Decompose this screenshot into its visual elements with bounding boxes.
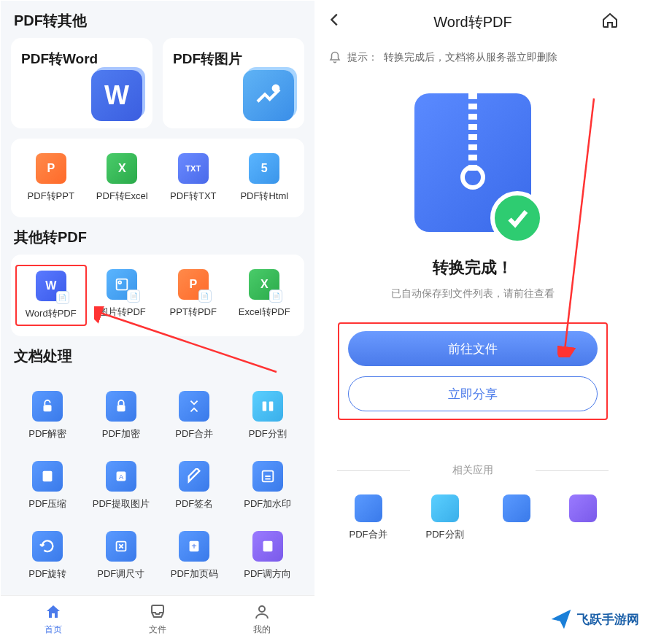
result-header: Word转PDF [315, 0, 630, 44]
split-icon [431, 494, 459, 522]
site-watermark: 飞跃手游网 [549, 608, 639, 631]
signature-icon [179, 461, 209, 492]
item-pdf-to-excel[interactable]: XPDF转Excel [87, 149, 158, 207]
back-button[interactable] [327, 12, 343, 32]
item-pdf-resize[interactable]: PDF调尺寸 [85, 527, 158, 585]
pdf-badge-icon: 📄 [56, 291, 69, 304]
watermark-icon [252, 461, 283, 492]
merge-icon [355, 494, 382, 522]
word-icon: W📄 [36, 271, 66, 301]
tab-home[interactable]: 首页 [45, 603, 62, 636]
related-grid: PDF合并 PDF分割 [315, 494, 630, 541]
compress-icon [503, 494, 530, 522]
item-pdf-sign[interactable]: PDF签名 [158, 457, 231, 515]
rotate-icon [32, 531, 63, 562]
other-to-pdf-grid: W📄Word转PDF 📄图片转PDF P📄PPT转PDF X📄Excel转PDF [11, 255, 304, 336]
item-ppt-to-pdf[interactable]: P📄PPT转PDF [158, 265, 229, 326]
resize-icon [106, 531, 136, 562]
svg-point-2 [119, 281, 122, 284]
item-pdf-merge[interactable]: PDF合并 [158, 387, 231, 445]
ppt-icon: P📄 [178, 269, 209, 300]
section-title-doc-processing: 文档处理 [1, 336, 314, 373]
share-now-button[interactable]: 立即分享 [348, 376, 598, 411]
image-icon: 📄 [107, 269, 137, 300]
bottom-tabbar: 首页 文件 我的 [1, 595, 314, 643]
unlock-icon [32, 391, 63, 422]
section-title-other-to-pdf: 其他转PDF [1, 217, 314, 255]
item-pdf-watermark[interactable]: PDF加水印 [231, 457, 305, 515]
item-image-to-pdf[interactable]: 📄图片转PDF [87, 265, 158, 326]
txt-icon: TXT [178, 153, 209, 184]
watermark-text: 飞跃手游网 [577, 611, 639, 628]
lock-icon [106, 391, 136, 422]
item-pdf-orientation[interactable]: PDF调方向 [231, 527, 305, 585]
inbox-icon [149, 603, 166, 621]
svg-text:+: + [192, 540, 198, 551]
tab-profile[interactable]: 我的 [253, 603, 271, 636]
result-screen: Word转PDF 提示： 转换完成后，文档将从服务器立即删除 转换完成！ 已自动… [315, 0, 630, 644]
success-check-icon [490, 191, 544, 245]
result-center: 转换完成！ 已自动保存到文件列表，请前往查看 前往文件 立即分享 [315, 71, 630, 420]
svg-rect-4 [117, 405, 125, 411]
related-item-4[interactable] [569, 494, 597, 541]
chevron-left-icon [327, 12, 343, 28]
merge-icon [179, 391, 209, 422]
section-title-pdf-to-other: PDF转其他 [1, 1, 314, 38]
related-apps-section: 相关应用 PDF合并 PDF分割 [315, 464, 630, 541]
svg-rect-6 [269, 402, 274, 411]
home-button[interactable] [601, 12, 619, 32]
svg-point-15 [259, 606, 265, 612]
paper-plane-icon [549, 608, 573, 631]
item-pdf-encrypt[interactable]: PDF加密 [85, 387, 158, 445]
item-excel-to-pdf[interactable]: X📄Excel转PDF [229, 265, 301, 326]
item-pdf-to-txt[interactable]: TXTPDF转TXT [158, 149, 229, 207]
item-pdf-to-html[interactable]: 5PDF转Html [229, 149, 301, 207]
bell-icon [328, 51, 341, 64]
tip-text: 转换完成后，文档将从服务器立即删除 [384, 51, 557, 64]
card-pdf-to-word[interactable]: PDF转Word W [11, 38, 152, 128]
svg-rect-7 [43, 471, 53, 482]
svg-rect-1 [117, 279, 128, 290]
orientation-icon [252, 531, 283, 562]
svg-rect-3 [44, 405, 52, 411]
card-label: PDF转Word [21, 50, 142, 69]
related-pdf-split[interactable]: PDF分割 [426, 494, 464, 541]
related-item-3[interactable] [503, 494, 530, 541]
image-icon [569, 494, 597, 522]
page-title: Word转PDF [433, 12, 511, 32]
item-word-to-pdf[interactable]: W📄Word转PDF [15, 265, 87, 326]
item-pdf-extract-image[interactable]: APDF提取图片 [85, 457, 158, 515]
tip-prefix: 提示： [347, 51, 378, 64]
home-icon [45, 603, 62, 621]
tab-files[interactable]: 文件 [149, 603, 166, 636]
pdf-badge-icon: 📄 [269, 290, 282, 303]
svg-rect-14 [263, 541, 272, 552]
excel-icon: X [107, 153, 137, 184]
extract-image-icon: A [106, 461, 136, 492]
pdf-to-other-grid: PPDF转PPT XPDF转Excel TXTPDF转TXT 5PDF转Html [11, 139, 304, 217]
excel-icon: X📄 [249, 269, 279, 300]
item-pdf-to-ppt[interactable]: PPDF转PPT [15, 149, 87, 207]
done-title: 转换完成！ [433, 257, 513, 279]
done-illustration [414, 93, 531, 232]
item-pdf-page-number[interactable]: +PDF加页码 [158, 527, 231, 585]
action-buttons-box: 前往文件 立即分享 [338, 322, 608, 420]
big-cards-row: PDF转Word W PDF转图片 [1, 38, 314, 128]
svg-point-0 [274, 86, 279, 91]
doc-processing-grid: PDF解密 PDF加密 PDF合并 PDF分割 PDF压缩 APDF提取图片 P… [1, 387, 314, 585]
go-to-file-button[interactable]: 前往文件 [348, 331, 598, 366]
ppt-icon: P [36, 153, 66, 184]
pdf-badge-icon: 📄 [198, 290, 212, 303]
item-pdf-rotate[interactable]: PDF旋转 [11, 527, 85, 585]
item-pdf-split[interactable]: PDF分割 [231, 387, 305, 445]
card-label: PDF转图片 [173, 50, 294, 69]
image-icon [243, 70, 294, 121]
related-title: 相关应用 [315, 464, 630, 477]
svg-rect-5 [262, 402, 266, 411]
svg-text:A: A [119, 473, 124, 481]
item-pdf-decrypt[interactable]: PDF解密 [11, 387, 85, 445]
card-pdf-to-image[interactable]: PDF转图片 [163, 38, 304, 128]
pdf-badge-icon: 📄 [127, 290, 140, 303]
related-pdf-merge[interactable]: PDF合并 [349, 494, 387, 541]
item-pdf-compress[interactable]: PDF压缩 [11, 457, 85, 515]
